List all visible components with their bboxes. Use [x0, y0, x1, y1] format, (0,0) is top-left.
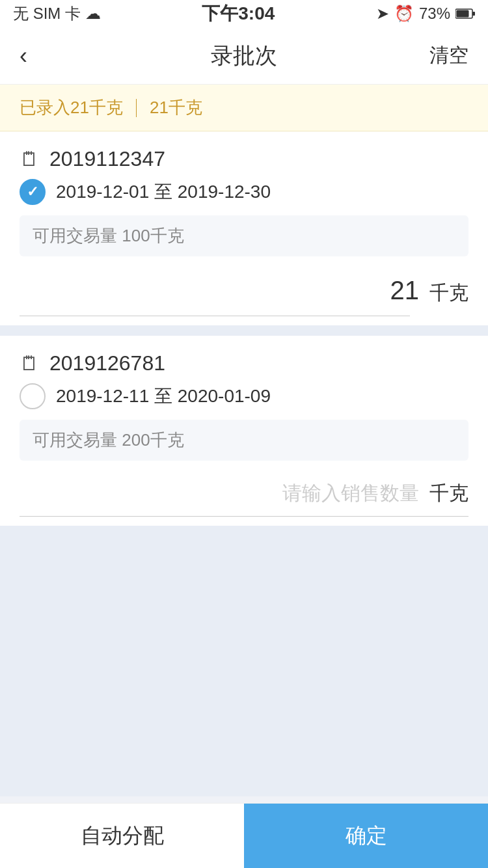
empty-area [0, 536, 488, 796]
bottom-section-divider [0, 526, 488, 536]
clock-icon: ⏰ [394, 5, 414, 23]
batch-date-row-2: 2019-12-11 至 2020-01-09 [0, 383, 488, 420]
confirm-button[interactable]: 确定 [244, 804, 488, 868]
status-bar: 无 SIM 卡 ☁ 下午3:04 ➤ ⏰ 73% [0, 0, 488, 27]
spacer-2 [0, 517, 488, 526]
status-right: ➤ ⏰ 73% [376, 5, 475, 23]
info-divider [136, 99, 137, 117]
info-banner: 已录入21千克 21千克 [0, 85, 488, 131]
battery-icon [455, 5, 475, 23]
svg-rect-1 [472, 12, 475, 16]
input-row-2: 请输入销售数量 千克 [0, 474, 488, 516]
battery-label: 73% [419, 5, 450, 23]
content-wrapper: 🗒 2019112347 2019-12-01 至 2019-12-30 可用交… [0, 131, 488, 861]
quantity-value-1: 21 [390, 276, 420, 305]
batch-card-2: 🗒 2019126781 2019-12-11 至 2020-01-09 可用交… [0, 336, 488, 526]
batch-date-1: 2019-12-01 至 2019-12-30 [56, 180, 271, 204]
location-icon: ➤ [376, 5, 389, 23]
info-label: 已录入21千克 [20, 96, 123, 119]
svg-rect-2 [456, 10, 468, 18]
bottom-bar: 自动分配 确定 [0, 803, 488, 868]
page-title: 录批次 [211, 41, 277, 71]
radio-btn-1[interactable] [20, 179, 46, 205]
back-button[interactable]: ‹ [20, 42, 59, 70]
batch-card-1: 🗒 2019112347 2019-12-01 至 2019-12-30 可用交… [0, 131, 488, 325]
quantity-unit-1: 千克 [429, 280, 468, 306]
radio-btn-2[interactable] [20, 383, 46, 409]
spacer-1 [0, 316, 488, 325]
batch-date-row-1: 2019-12-01 至 2019-12-30 [0, 179, 488, 215]
batch-id-2: 2019126781 [49, 351, 165, 375]
nav-bar: ‹ 录批次 清空 [0, 27, 488, 85]
batch-id-1: 2019112347 [49, 147, 165, 171]
info-value: 21千克 [150, 96, 202, 119]
document-icon-2: 🗒 [20, 353, 39, 375]
quantity-row-1: 21 千克 [0, 269, 488, 316]
batch-header-1: 🗒 2019112347 [0, 131, 488, 179]
section-divider [0, 325, 488, 336]
sim-label: 无 SIM 卡 ☁ [13, 3, 101, 24]
status-time: 下午3:04 [202, 1, 275, 26]
document-icon-1: 🗒 [20, 148, 39, 170]
input-unit-2: 千克 [429, 480, 468, 507]
batch-available-2: 可用交易量 200千克 [20, 420, 468, 461]
clear-button[interactable]: 清空 [429, 42, 468, 69]
batch-date-2: 2019-12-11 至 2020-01-09 [56, 384, 271, 409]
status-left: 无 SIM 卡 ☁ [13, 3, 101, 24]
input-placeholder-2[interactable]: 请输入销售数量 [282, 480, 419, 507]
batch-header-2: 🗒 2019126781 [0, 336, 488, 383]
auto-distribute-button[interactable]: 自动分配 [0, 804, 244, 868]
batch-available-1: 可用交易量 100千克 [20, 215, 468, 256]
